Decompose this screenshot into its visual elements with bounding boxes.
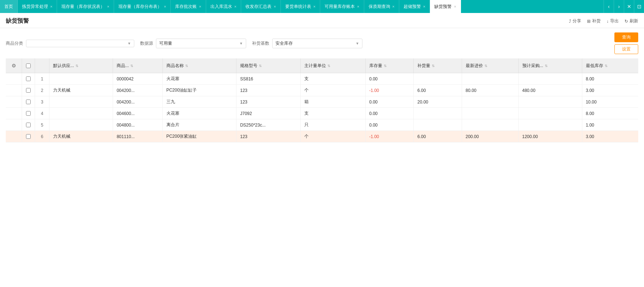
tab-expiry-query[interactable]: 保质期查询 × (364, 0, 399, 13)
tab-next-button[interactable]: › (614, 0, 624, 13)
row-replenish (414, 73, 462, 85)
tab-overstock-close[interactable]: × (423, 4, 425, 9)
th-est-purchase[interactable]: 预计采购... ⇅ (518, 58, 582, 73)
table-container: ⚙ 默认供应... ⇅ (0, 58, 644, 148)
tab-close-all-button[interactable]: ✕ (624, 0, 634, 13)
query-button[interactable]: 查询 (614, 32, 638, 42)
row-supplier (49, 73, 113, 85)
row-unit: 只 (300, 119, 365, 131)
tab-shortage-close[interactable]: × (454, 4, 456, 9)
row-checkbox[interactable] (26, 134, 31, 139)
th-min-stock[interactable]: 最低库存 ⇅ (582, 58, 638, 73)
row-spec: 123 (236, 96, 301, 108)
refresh-button[interactable]: ↻ 刷新 (625, 18, 638, 24)
row-index: 3 (35, 96, 49, 108)
th-unit-label: 主计量单位 (304, 63, 326, 69)
row-stock: 0.00 (365, 73, 414, 85)
th-unit[interactable]: 主计量单位 ⇅ (300, 58, 365, 73)
row-checkbox[interactable] (26, 76, 31, 81)
row-product-name: PC200油缸缸子 (162, 85, 236, 96)
tab-overstock-label: 超储预警 (404, 4, 421, 10)
th-latest-price-sort-icon: ⇅ (484, 64, 487, 68)
row-latest-price: 200.00 (462, 131, 518, 142)
replenish-icon: ⊞ (587, 19, 591, 24)
th-spec[interactable]: 规格型号 ⇅ (236, 58, 301, 73)
table-row: 5 004800... 离合片 DS250*23c... 只 0.00 1.00 (6, 119, 638, 131)
tab-shortage[interactable]: 缺货预警 × (430, 0, 461, 13)
row-product-code: 801110... (113, 131, 163, 142)
row-latest-price: 80.00 (462, 85, 518, 96)
th-latest-price[interactable]: 最新进价 ⇅ (462, 58, 518, 73)
th-supplier[interactable]: 默认供应... ⇅ (49, 58, 113, 73)
th-product-code[interactable]: 商品... ⇅ (113, 58, 163, 73)
tab-inventory-status-close[interactable]: × (107, 4, 109, 9)
tab-exception-close[interactable]: × (50, 4, 52, 9)
tab-batch-account-close[interactable]: × (199, 4, 201, 9)
row-checkbox-cell (22, 96, 35, 108)
tab-available-ledger[interactable]: 可用量库存账本 × (320, 0, 364, 13)
row-checkbox[interactable] (26, 88, 31, 93)
th-replenish[interactable]: 补货量 ⇅ (414, 58, 462, 73)
tab-inventory-status[interactable]: 现存量（库存状况表） × (57, 0, 114, 13)
tab-home[interactable]: 首页 (0, 0, 18, 13)
row-checkbox[interactable] (26, 111, 31, 116)
th-replenish-label: 补货量 (417, 63, 430, 69)
row-checkbox[interactable] (26, 123, 31, 127)
tab-prev-button[interactable]: ‹ (604, 0, 614, 13)
row-est-purchase: 480.00 (518, 85, 582, 96)
export-button[interactable]: ↓ 导出 (606, 18, 619, 24)
tab-demand-stat[interactable]: 要货单统计表 × (281, 0, 320, 13)
row-supplier (49, 108, 113, 119)
page-title: 缺货预警 (6, 17, 29, 25)
category-select[interactable]: ▼ (26, 40, 134, 47)
tab-inout-flow[interactable]: 出入库流水 × (206, 0, 241, 13)
row-unit: 个 (300, 131, 365, 142)
select-all-checkbox[interactable] (26, 63, 31, 68)
th-index (35, 58, 49, 73)
th-product-name[interactable]: 商品名称 ⇅ (162, 58, 236, 73)
row-settings-cell (6, 73, 22, 85)
row-est-purchase: 1200.00 (518, 131, 582, 142)
th-latest-price-label: 最新进价 (466, 63, 483, 69)
tab-inventory-dist[interactable]: 现存量（库存分布表） × (114, 0, 171, 13)
row-spec: 123 (236, 85, 301, 96)
replenish-button[interactable]: ⊞ 补货 (587, 18, 601, 24)
tab-collect-summary-close[interactable]: × (274, 4, 276, 9)
tab-overstock[interactable]: 超储预警 × (399, 0, 430, 13)
th-supplier-label: 默认供应... (53, 63, 74, 69)
datasource-select[interactable]: 可用量 ▼ (156, 39, 246, 48)
row-checkbox[interactable] (26, 100, 31, 104)
replenish-base-select[interactable]: 安全库存 ▼ (272, 39, 362, 48)
header-actions: ⤴ 分享 ⊞ 补货 ↓ 导出 ↻ 刷新 (569, 18, 638, 24)
tab-inout-flow-close[interactable]: × (234, 4, 236, 9)
row-spec: J7092 (236, 108, 301, 119)
tab-expiry-query-close[interactable]: × (392, 4, 395, 9)
th-product-name-label: 商品名称 (166, 63, 184, 69)
row-product-name: 火花塞 (162, 73, 236, 85)
tab-expand-button[interactable]: ⊡ (634, 0, 644, 13)
share-button[interactable]: ⤴ 分享 (569, 18, 581, 24)
filter-replenish-base: 补货基数 安全库存 ▼ (252, 39, 362, 48)
replenish-base-value: 安全库存 (275, 40, 293, 47)
row-product-name: PC200张紧油缸 (162, 131, 236, 142)
column-settings-button[interactable]: ⚙ (9, 61, 18, 70)
row-est-purchase (518, 73, 582, 85)
th-stock[interactable]: 库存量 ⇅ (365, 58, 414, 73)
th-product-code-sort-icon: ⇅ (130, 64, 133, 68)
tab-demand-stat-close[interactable]: × (313, 4, 316, 9)
tab-collect-summary[interactable]: 收发存汇总表 × (241, 0, 280, 13)
tab-batch-account[interactable]: 库存批次账 × (171, 0, 206, 13)
tab-inventory-dist-close[interactable]: × (164, 4, 166, 9)
table-row: 4 004600... 火花塞 J7092 支 0.00 8.00 (6, 108, 638, 119)
row-checkbox-cell (22, 73, 35, 85)
row-supplier (49, 119, 113, 131)
tab-inout-flow-label: 出入库流水 (210, 4, 232, 10)
tab-exception[interactable]: 拣货异常处理 × (18, 0, 57, 13)
row-unit: 箱 (300, 96, 365, 108)
row-est-purchase (518, 108, 582, 119)
tab-available-ledger-close[interactable]: × (357, 4, 359, 9)
settings-button[interactable]: 设置 (614, 44, 638, 54)
row-latest-price (462, 119, 518, 131)
row-stock: -1.00 (365, 131, 414, 142)
table-body: 1 0000042 火花塞 SS816 支 0.00 8.00 2 力天机械 0… (6, 73, 638, 142)
